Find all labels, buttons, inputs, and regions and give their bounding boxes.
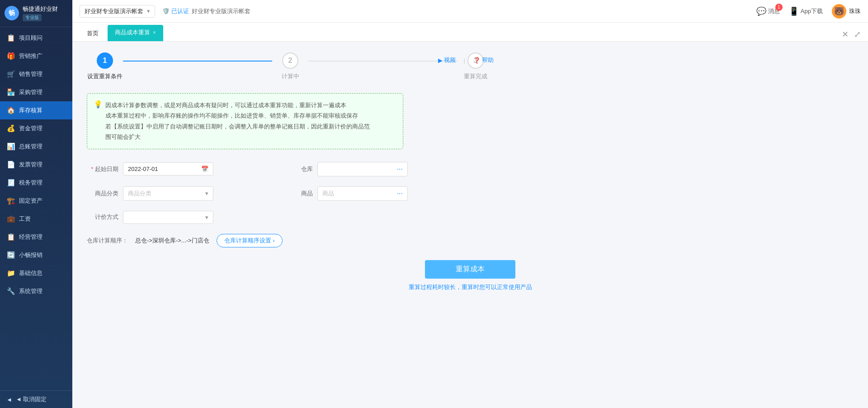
user-avatar-area[interactable]: 🐻 珠珠	[832, 4, 861, 19]
verified-badge: 🛡️ 已认证 好业财专业版演示帐套	[162, 7, 250, 15]
tab-right-icons: ✕ ⤢	[842, 29, 861, 41]
pricing-field: 计价方式 ▾	[87, 211, 254, 224]
info-line-1: 因成本计算参数调整，或是对商品成本有疑问时，可以通过成本重算功能，重新计算一遍成…	[105, 100, 396, 110]
verified-text: 已认证	[171, 7, 189, 15]
sidebar-item-label: 小畅报销	[19, 251, 42, 259]
warehouse-input[interactable]: ···	[317, 162, 408, 176]
step-1: 1 设置重算条件	[87, 52, 123, 81]
message-badge: 1	[775, 4, 783, 11]
message-button[interactable]: 💬 消息 1	[756, 6, 780, 16]
goods-value: 商品	[322, 190, 393, 198]
sidebar-item-label: 营销推广	[19, 52, 42, 60]
app-download-button[interactable]: 📱 App下载	[789, 6, 823, 16]
help-link[interactable]: ❓ 帮助	[473, 56, 494, 64]
pricing-label: 计价方式	[87, 213, 118, 221]
sidebar-item-basic[interactable]: 📁 基础信息	[0, 264, 72, 282]
verified-account-name: 好业财专业版演示帐套	[192, 7, 250, 15]
warehouse-field: 仓库 ···	[281, 162, 448, 176]
pricing-select[interactable]: ▾	[123, 211, 213, 224]
account-dropdown-arrow: ▾	[147, 8, 150, 14]
unpin-icon: ◄	[6, 396, 12, 403]
help-icon: ❓	[473, 57, 481, 64]
recalc-button[interactable]: 重算成本	[425, 260, 515, 279]
info-line-3: 若【系统设置】中启用了自动调整记账日期时，会调整入库单的整单记账日期，因此重新计…	[105, 121, 396, 132]
category-field: 商品分类 商品分类 ▾	[87, 186, 254, 201]
step-line-1	[123, 61, 272, 62]
start-date-value: 2022-07-01	[128, 166, 198, 172]
sidebar-item-label: 销售管理	[19, 70, 42, 78]
marketing-icon: 🎁	[6, 52, 15, 61]
avatar: 🐻	[832, 4, 846, 19]
logo-badge: 专业版	[23, 14, 42, 21]
sidebar-item-ledger[interactable]: 📊 总账管理	[0, 138, 72, 156]
stepper: 1 设置重算条件 2 计算中 3	[87, 52, 494, 81]
tax-icon: 🧾	[6, 178, 15, 187]
step-2-label: 计算中	[282, 72, 299, 81]
tab-home[interactable]: 首页	[80, 26, 106, 41]
sidebar-item-sales[interactable]: 🛒 销售管理	[0, 65, 72, 83]
expense-icon: 🔄	[6, 251, 15, 260]
tab-cost-recalc-label: 商品成本重算	[115, 28, 150, 37]
sidebar-item-tax[interactable]: 🧾 税务管理	[0, 174, 72, 192]
sidebar-item-label: 库存核算	[19, 106, 42, 114]
sidebar-item-label: 总账管理	[19, 142, 42, 151]
category-dropdown-arrow: ▾	[205, 190, 208, 197]
info-box: 💡 因成本计算参数调整，或是对商品成本有疑问时，可以通过成本重算功能，重新计算一…	[87, 93, 403, 149]
info-box-content: 因成本计算参数调整，或是对商品成本有疑问时，可以通过成本重算功能，重新计算一遍成…	[105, 100, 396, 142]
tabbar: 首页 商品成本重算 × ✕ ⤢	[72, 23, 868, 42]
sidebar-item-inventory[interactable]: 🏠 库存核算	[0, 101, 72, 119]
sidebar-logo: 畅 畅捷通好业财 专业版	[0, 0, 72, 27]
tab-close-icon[interactable]: ×	[153, 29, 156, 36]
category-select[interactable]: 商品分类 ▾	[123, 186, 213, 201]
operation-icon: 📋	[6, 232, 15, 242]
calendar-icon[interactable]: 📅	[201, 166, 208, 172]
purchase-icon: 🏪	[6, 88, 15, 97]
help-links: ▶ 视频 | ❓ 帮助	[438, 56, 494, 64]
warehouse-picker-icon[interactable]: ···	[397, 165, 403, 173]
sidebar-item-expense[interactable]: 🔄 小畅报销	[0, 246, 72, 264]
pricing-dropdown-arrow: ▾	[205, 214, 208, 221]
step-line-2	[308, 61, 458, 62]
logo-text: 畅捷通好业财 专业版	[23, 5, 58, 21]
sidebar-item-label: 基础信息	[19, 269, 42, 277]
sidebar-item-marketing[interactable]: 🎁 营销推广	[0, 47, 72, 65]
sidebar-item-label: 发票管理	[19, 161, 42, 169]
sidebar-item-system[interactable]: 🔧 系统管理	[0, 282, 72, 300]
close-window-icon[interactable]: ✕	[842, 29, 849, 39]
category-label: 商品分类	[87, 190, 118, 198]
goods-input[interactable]: 商品 ···	[317, 186, 408, 201]
form-row-1: 起始日期 2022-07-01 📅 仓库 ···	[87, 162, 448, 176]
start-date-input[interactable]: 2022-07-01 📅	[123, 162, 213, 176]
warehouse-order-label: 仓库计算顺序：	[87, 237, 128, 245]
system-icon: 🔧	[6, 287, 15, 296]
warehouse-order-settings-button[interactable]: 仓库计算顺序设置 ›	[217, 234, 283, 247]
sidebar-item-finance[interactable]: 💰 资金管理	[0, 119, 72, 138]
sidebar: 畅 畅捷通好业财 专业版 📋 项目顾问 🎁 营销推广 🛒 销售管理 🏪 采购管理…	[0, 0, 72, 408]
sidebar-item-purchase[interactable]: 🏪 采购管理	[0, 83, 72, 101]
form-section: 起始日期 2022-07-01 📅 仓库 ··· 商品分	[87, 162, 448, 247]
sidebar-item-project[interactable]: 📋 项目顾问	[0, 29, 72, 47]
sidebar-item-operation[interactable]: 📋 经营管理	[0, 228, 72, 246]
sidebar-item-salary[interactable]: 💼 工资	[0, 210, 72, 228]
sidebar-item-label: 采购管理	[19, 88, 42, 96]
assets-icon: 🏗️	[6, 196, 15, 205]
account-selector[interactable]: 好业财专业版演示帐套 ▾	[80, 5, 155, 18]
inventory-icon: 🏠	[6, 106, 15, 115]
sidebar-item-label: 固定资产	[19, 197, 42, 205]
sidebar-unpin-button[interactable]: ◄ ◄ 取消固定	[0, 390, 72, 408]
sidebar-item-invoice[interactable]: 📄 发票管理	[0, 156, 72, 174]
tab-cost-recalc[interactable]: 商品成本重算 ×	[108, 25, 163, 41]
video-link[interactable]: ▶ 视频	[438, 56, 456, 64]
sidebar-item-label: 税务管理	[19, 179, 42, 187]
expand-icon[interactable]: ⤢	[854, 29, 861, 39]
sidebar-item-assets[interactable]: 🏗️ 固定资产	[0, 192, 72, 210]
play-icon: ▶	[438, 57, 443, 64]
recalc-section: 重算成本 重算过程耗时较长，重算时您可以正常使用产品	[87, 260, 854, 291]
unpin-label: ◄ 取消固定	[16, 395, 47, 403]
topbar: 好业财专业版演示帐套 ▾ 🛡️ 已认证 好业财专业版演示帐套 💬 消息 1 📱 …	[72, 0, 868, 23]
app-label: App下载	[801, 7, 823, 15]
salary-icon: 💼	[6, 214, 15, 223]
goods-picker-icon[interactable]: ···	[397, 190, 403, 198]
category-placeholder: 商品分类	[128, 190, 202, 198]
page-content: 1 设置重算条件 2 计算中 3	[72, 42, 868, 408]
